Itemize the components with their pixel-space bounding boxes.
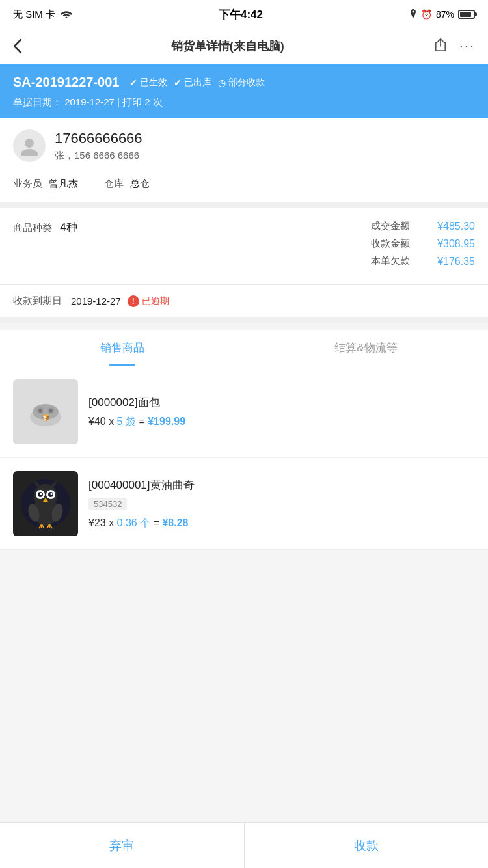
received-label: 收款金额 [371, 237, 410, 250]
header-banner: SA-20191227-001 ✔ 已生效 ✔ 已出库 ◷ 部分收款 单据日期：… [0, 64, 488, 118]
tabs-section: 销售商品 结算&物流等 [0, 330, 488, 366]
banner-top: SA-20191227-001 ✔ 已生效 ✔ 已出库 ◷ 部分收款 [13, 75, 475, 90]
collect-payment-button[interactable]: 收款 [245, 823, 489, 868]
warehouse-label: 仓库 [104, 178, 124, 189]
nav-actions: ··· [433, 38, 475, 55]
avatar [13, 129, 46, 162]
product-type-label: 商品种类 [13, 222, 52, 233]
overdue-label: 已逾期 [142, 295, 169, 307]
stats-section: 商品种类 4种 成交金额 ¥485.30 收款金额 ¥308.95 本单欠款 ¥… [0, 208, 488, 284]
product-unit-2: 个 [140, 517, 150, 528]
nav-bar: 销货单详情(来自电脑) ··· [0, 29, 488, 64]
svg-point-20 [51, 493, 53, 495]
product-qty-2: 0.36 [117, 517, 137, 528]
product-info-1: [0000002]面包 ¥40 x 5 袋 = ¥199.99 [88, 395, 475, 429]
trade-amount: 成交金额 ¥485.30 [371, 220, 475, 232]
customer-section: 17666666666 张，156 6666 6666 业务员 曾凡杰 仓库 总… [0, 118, 488, 202]
due-label: 收款到期日 [13, 295, 62, 307]
tag-effective: ✔ 已生效 [129, 77, 167, 88]
tag-shipped: ✔ 已出库 [174, 77, 211, 88]
product-total-1: ¥199.99 [148, 416, 185, 427]
banner-date: 单据日期： 2019-12-27 | 打印 2 次 [13, 96, 475, 109]
product-total-2: ¥8.28 [162, 517, 188, 528]
salesperson-value: 曾凡杰 [49, 178, 78, 189]
product-thumb-2 [13, 471, 78, 536]
share-icon[interactable] [433, 38, 448, 55]
product-qty-1: 5 [117, 416, 123, 427]
due-amount: 本单欠款 ¥176.35 [371, 255, 475, 267]
product-price-2: ¥23 x 0.36 个 = ¥8.28 [88, 517, 475, 530]
order-id: SA-20191227-001 [13, 75, 119, 90]
battery-percent: 87% [436, 9, 454, 20]
trade-amount-value: ¥485.30 [423, 221, 475, 232]
product-name-1: [0000002]面包 [88, 395, 475, 410]
received-value: ¥308.95 [423, 238, 475, 250]
product-item-2: [000400001]黄油曲奇 534532 ¥23 x 0.36 个 = ¥8… [0, 458, 488, 550]
status-bar: 无 SIM 卡 下午4:42 ⏰ 87% [0, 0, 488, 29]
product-list: 🍞 [0000002]面包 ¥40 x 5 袋 = ¥199.99 [0, 366, 488, 550]
tabs-row: 销售商品 结算&物流等 [0, 330, 488, 366]
divider-2 [0, 317, 488, 323]
svg-point-2 [21, 149, 38, 156]
status-left: 无 SIM 卡 [13, 8, 72, 21]
location-icon [409, 9, 417, 20]
back-button[interactable] [13, 38, 22, 54]
received-amount: 收款金额 ¥308.95 [371, 237, 475, 250]
customer-phone: 17666666666 [55, 130, 142, 147]
due-section: 收款到期日 2019-12-27 ! 已逾期 [0, 285, 488, 317]
warehouse-info: 仓库 总仓 [104, 178, 150, 190]
check-icon-2: ✔ [174, 77, 182, 88]
tab-sales-products[interactable]: 销售商品 [0, 330, 244, 366]
product-name-2: [000400001]黄油曲奇 [88, 478, 475, 493]
warehouse-value: 总仓 [130, 178, 150, 189]
product-unit-1: 袋 [126, 416, 136, 427]
alarm-icon: ⏰ [421, 9, 432, 20]
trade-amount-label: 成交金额 [371, 220, 410, 232]
svg-point-9 [49, 409, 53, 413]
tab-settlement-logistics[interactable]: 结算&物流等 [244, 330, 488, 366]
product-price-1: ¥40 x 5 袋 = ¥199.99 [88, 415, 475, 429]
page-title: 销货单详情(来自电脑) [171, 38, 284, 54]
product-type-count: 4种 [60, 221, 77, 234]
overdue-icon: ! [128, 295, 139, 307]
status-right: ⏰ 87% [409, 9, 475, 20]
customer-meta: 业务员 曾凡杰 仓库 总仓 [13, 170, 475, 190]
more-icon[interactable]: ··· [459, 38, 475, 55]
stats-row: 商品种类 4种 成交金额 ¥485.30 收款金额 ¥308.95 本单欠款 ¥… [13, 220, 475, 273]
financial-stats: 成交金额 ¥485.30 收款金额 ¥308.95 本单欠款 ¥176.35 [371, 220, 475, 273]
clock-icon: ◷ [218, 77, 226, 88]
abandon-audit-button[interactable]: 弃审 [0, 823, 245, 868]
customer-row: 17666666666 张，156 6666 6666 [13, 129, 475, 162]
svg-point-1 [25, 139, 34, 148]
battery-indicator [458, 10, 475, 19]
product-type-info: 商品种类 4种 [13, 220, 77, 235]
status-tags: ✔ 已生效 ✔ 已出库 ◷ 部分收款 [129, 77, 265, 88]
check-icon-1: ✔ [129, 77, 137, 88]
due-value: ¥176.35 [423, 256, 475, 267]
wifi-icon [61, 9, 72, 20]
divider-1 [0, 202, 488, 208]
salesperson-label: 业务员 [13, 178, 42, 189]
bottom-spacer [0, 550, 488, 602]
tab-active-indicator [109, 364, 135, 366]
product-info-2: [000400001]黄油曲奇 534532 ¥23 x 0.36 个 = ¥8… [88, 478, 475, 530]
product-thumb-1: 🍞 [13, 379, 78, 444]
customer-subname: 张，156 6666 6666 [55, 150, 142, 162]
customer-details: 17666666666 张，156 6666 6666 [55, 130, 142, 162]
salesperson-info: 业务员 曾凡杰 [13, 178, 78, 190]
due-date-value: 2019-12-27 [71, 295, 121, 306]
status-time: 下午4:42 [219, 7, 263, 22]
bottom-bar: 弃审 收款 [0, 822, 488, 868]
due-label: 本单欠款 [371, 255, 410, 267]
svg-point-0 [66, 16, 68, 18]
product-item: 🍞 [0000002]面包 ¥40 x 5 袋 = ¥199.99 [0, 366, 488, 458]
overdue-badge: ! 已逾期 [128, 295, 169, 307]
svg-point-19 [40, 493, 42, 495]
product-sku-2: 534532 [88, 498, 127, 510]
carrier-label: 无 SIM 卡 [13, 8, 55, 21]
svg-point-8 [38, 409, 42, 413]
tag-partial-payment: ◷ 部分收款 [218, 77, 265, 88]
